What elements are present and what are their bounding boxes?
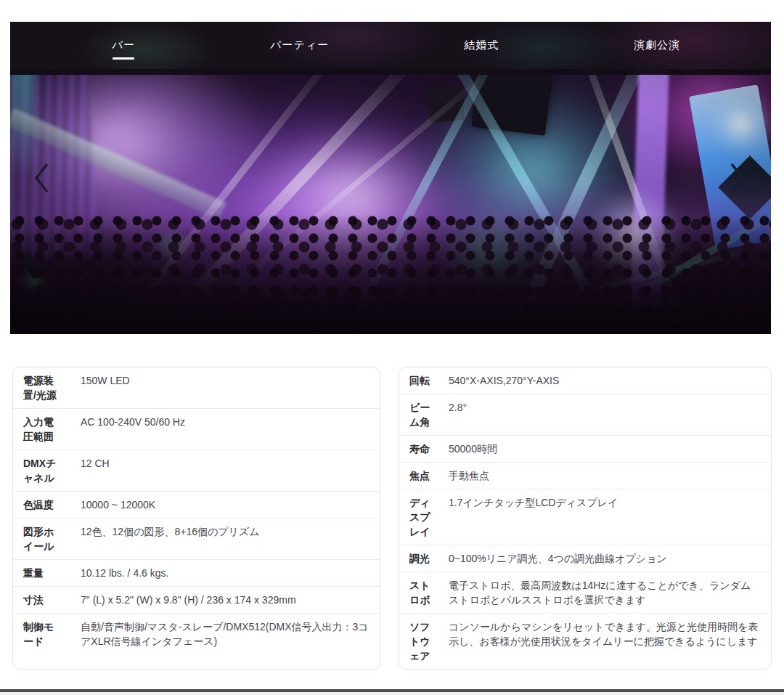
spec-label: 寿命 (409, 442, 436, 456)
spec-row-dimensions: 寸法 7" (L) x 5.2" (W) x 9.8" (H) / 236 x … (13, 586, 380, 613)
carousel-next-button[interactable] (727, 161, 746, 195)
spec-value: 12色、12個の図形、8+16個のプリズム (81, 524, 369, 553)
spec-value: AC 100-240V 50/60 Hz (81, 415, 369, 444)
spec-row-color-temperature: 色温度 10000 ~ 12000K (13, 491, 380, 518)
spec-value: 10000 ~ 12000K (81, 497, 369, 512)
spec-row-dimming: 調光 0~100%リニア調光、4つの調光曲線オプション (399, 545, 771, 572)
spec-label: 入力電圧範囲 (23, 415, 61, 444)
spec-label: 回転 (409, 373, 436, 388)
chevron-right-icon (728, 162, 746, 194)
spec-label: 寸法 (23, 593, 61, 607)
spec-value: 電子ストロボ、最高周波数は14Hzに達することができ、ランダムストロボとパルスス… (449, 578, 761, 607)
spec-label: 電源装置/光源 (23, 373, 61, 402)
spec-row-gobo-wheel: 図形ホイール 12色、12個の図形、8+16個のプリズム (13, 518, 380, 559)
spec-value: 50000時間 (449, 442, 761, 456)
spec-value: 150W LED (81, 373, 369, 402)
spec-value: 12 CH (81, 456, 369, 485)
spec-value: 2.8° (449, 400, 761, 429)
spec-row-rotation: 回転 540°X-AXIS,270°Y-AXIS (399, 367, 771, 394)
spec-label: DMXチャネル (23, 456, 61, 485)
spec-label: 制御モード (23, 619, 61, 649)
spec-row-input-voltage: 入力電圧範囲 AC 100-240V 50/60 Hz (13, 408, 380, 450)
spec-value: コンソールからマシンをリセットできます。光源と光使用時間を表示し、お客様が光使用… (449, 619, 761, 663)
hero-carousel-image (10, 69, 771, 334)
spec-row-control-mode: 制御モード 自動/音声制御/マスタ-スレーブ/DMX512(DMX信号入出力：3… (13, 613, 380, 654)
tab-wedding[interactable]: 結婚式 (464, 31, 499, 60)
spec-row-dmx-channels: DMXチャネル 12 CH (13, 450, 380, 491)
page-bottom-divider (0, 689, 784, 692)
active-tab-underline (113, 57, 134, 60)
tab-label: パーティー (270, 38, 329, 52)
carousel-prev-button[interactable] (33, 161, 52, 195)
spec-label: ビーム角 (409, 400, 436, 429)
tab-party[interactable]: パーティー (270, 31, 329, 60)
tab-label: バー (112, 38, 135, 52)
product-detail-page: バー パーティー 結婚式 演劇公演 (0, 0, 784, 695)
spec-row-strobe: ストロボ 電子ストロボ、最高周波数は14Hzに達することができ、ランダムストロボ… (399, 572, 771, 613)
spec-label: 重量 (23, 566, 61, 580)
spec-row-display: ディスプレイ 1.7インチタッチ型LCDディスプレイ (399, 489, 771, 545)
spec-row-beam-angle: ビーム角 2.8° (399, 394, 771, 435)
spec-row-lifespan: 寿命 50000時間 (399, 435, 771, 462)
chevron-left-icon (33, 162, 51, 194)
spec-value: 自動/音声制御/マスタ-スレーブ/DMX512(DMX信号入出力：3コアXLR信… (81, 619, 369, 649)
spec-value: 7" (L) x 5.2" (W) x 9.8" (H) / 236 x 174… (81, 593, 369, 607)
spec-row-focus: 焦点 手動焦点 (399, 462, 771, 489)
spec-label: ストロボ (409, 578, 436, 607)
vignette (10, 69, 771, 334)
tab-bar-venue[interactable]: バー (112, 31, 135, 60)
spec-label: ソフトウェア (409, 619, 436, 663)
tab-label: 演劇公演 (634, 38, 680, 52)
spec-value: 10.12 lbs. / 4.6 kgs. (81, 566, 369, 580)
spec-value: 540°X-AXIS,270°Y-AXIS (449, 373, 761, 388)
spec-label: 色温度 (23, 497, 61, 512)
spec-value: 手動焦点 (449, 468, 761, 483)
spec-value: 0~100%リニア調光、4つの調光曲線オプション (449, 551, 761, 566)
spec-row-power-source: 電源装置/光源 150W LED (13, 367, 380, 408)
tab-label: 結婚式 (464, 38, 499, 52)
category-tab-bar: バー パーティー 結婚式 演劇公演 (10, 22, 771, 69)
spec-label: ディスプレイ (409, 495, 436, 539)
spec-label: 調光 (409, 551, 436, 566)
spec-tables: 電源装置/光源 150W LED 入力電圧範囲 AC 100-240V 50/6… (12, 367, 772, 670)
spec-value: 1.7インチタッチ型LCDディスプレイ (449, 495, 761, 539)
spec-label: 焦点 (409, 468, 436, 483)
specs-table-right: 回転 540°X-AXIS,270°Y-AXIS ビーム角 2.8° 寿命 50… (399, 367, 772, 670)
spec-label: 図形ホイール (23, 524, 61, 553)
spec-row-weight: 重量 10.12 lbs. / 4.6 kgs. (13, 559, 380, 586)
spec-row-software: ソフトウェア コンソールからマシンをリセットできます。光源と光使用時間を表示し、… (399, 613, 771, 669)
tab-theater[interactable]: 演劇公演 (634, 31, 680, 60)
specs-table-left: 電源装置/光源 150W LED 入力電圧範囲 AC 100-240V 50/6… (12, 367, 380, 670)
